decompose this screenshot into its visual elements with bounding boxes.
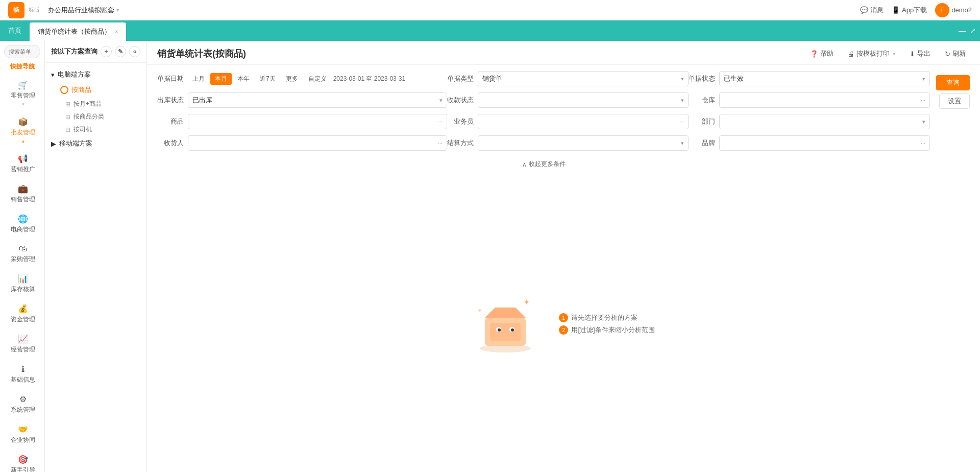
main-layout: 快捷导航 🛒 零售管理 ▾ 📦 批发管理 ▴ 📢 营销推广 💼 销售管理 [0,41,980,472]
retail-arrow: ▾ [22,102,24,107]
status-select[interactable]: 已生效 ▾ [719,71,930,86]
tree-item-by-month-product[interactable]: ⊞ 按月+商品 [45,98,146,110]
sidebar-item-wholesale-label: 批发管理 [11,128,35,137]
search-input[interactable] [4,45,40,58]
tree-section-mobile-header[interactable]: ▶ 移动端方案 [45,136,146,151]
sidebar-item-operations-label: 经营管理 [11,345,35,354]
filter-department-item: 部门 ▾ [689,114,930,129]
date-tab-7days[interactable]: 近7天 [255,73,280,85]
settings-button[interactable]: 设置 [939,93,970,109]
scheme-add-btn[interactable]: + [101,46,112,57]
out-status-select[interactable]: 已出库 ▾ [188,92,447,108]
svg-rect-2 [490,323,521,341]
salesperson-select[interactable]: ··· [478,114,689,129]
sidebar-item-enterprise[interactable]: 🤝 企业协同 [0,419,44,450]
sidebar-item-wholesale[interactable]: 📦 批发管理 ▴ [0,112,44,149]
department-arrow: ▾ [922,119,925,125]
out-status-arrow: ▾ [439,97,443,104]
print-icon: 🖨 [848,50,854,58]
home-tab[interactable]: 首页 [0,20,30,41]
sparkle-small: ✦ [477,307,482,314]
hint-1-text: 请先选择要分析的方案 [571,313,638,322]
app-title-area[interactable]: 办公用品行业模拟账套 ▾ [48,6,119,15]
svg-point-5 [498,328,501,332]
receipt-status-select[interactable]: ▾ [478,92,689,108]
retail-icon: 🛒 [18,80,28,90]
date-tab-this-year[interactable]: 本年 [233,73,254,85]
out-status-value: 已出库 [192,96,212,105]
title-dropdown-arrow[interactable]: ▾ [116,7,119,13]
warehouse-label: 仓库 [689,96,719,105]
type-label: 单据类型 [447,74,478,83]
empty-illustration: ✦ ✦ [472,297,538,353]
type-select[interactable]: 销货单 ▾ [478,71,689,86]
sidebar-item-guide[interactable]: 🎯 新手引导 [0,450,44,472]
salesperson-dots: ··· [679,119,684,125]
tree-item-by-sku[interactable]: ⊟ 按司机 [45,123,146,136]
purchase-icon: 🛍 [19,244,27,253]
sidebar-item-enterprise-label: 企业协同 [11,436,35,444]
warehouse-dots: ··· [921,97,925,103]
tree-item-by-category[interactable]: ⊟ 按商品分类 [45,110,146,123]
topbar-left: 畅 标版 办公用品行业模拟账套 ▾ [8,2,119,18]
filter-receipt-status-item: 收款状态 ▾ [447,92,689,108]
tree-item-by-product[interactable]: 按商品 [45,82,146,98]
sidebar-item-marketing[interactable]: 📢 营销推广 [0,149,44,179]
collapse-more-btn[interactable]: ∧ 收起更多条件 [157,157,930,172]
tab-close-btn[interactable]: × [115,29,118,35]
export-btn[interactable]: ⬇ 导出 [905,47,935,60]
app-download-btn[interactable]: 📱 App下载 [892,6,927,15]
receiver-select[interactable]: ··· [188,135,447,151]
sidebar-item-system[interactable]: ⚙ 系统管理 [0,389,44,419]
brand-select[interactable]: ··· [719,135,930,151]
topbar: 畅 标版 办公用品行业模拟账套 ▾ 💬 消息 📱 App下载 E demo2 [0,0,980,20]
sidebar-item-ecommerce-label: 电商管理 [11,225,35,234]
tree-section-pc-header[interactable]: ▾ 电脑端方案 [45,67,146,82]
page-title: 销货单统计表(按商品) [157,48,246,60]
query-button[interactable]: 查询 [936,75,970,90]
refresh-btn[interactable]: ↻ 刷新 [941,47,970,60]
tree-item-by-product-label: 按商品 [71,85,91,95]
sidebar-item-sales[interactable]: 💼 销售管理 [0,179,44,209]
sidebar-item-basic[interactable]: ℹ 基础信息 [0,359,44,389]
sidebar-item-sales-label: 销售管理 [11,195,35,204]
product-select[interactable]: ··· [188,114,447,129]
tab-minimize-btn[interactable]: — [959,27,966,35]
warehouse-select[interactable]: ··· [719,92,930,108]
sidebar-item-operations[interactable]: 📈 经营管理 [0,329,44,359]
template-print-btn[interactable]: 🖨 按模板打印 ▾ [844,47,899,60]
receiver-label: 收货人 [157,138,188,148]
sidebar-item-marketing-label: 营销推广 [11,165,35,174]
date-tab-custom[interactable]: 自定义 [304,73,331,85]
sidebar-item-ecommerce[interactable]: 🌐 电商管理 [0,209,44,239]
settlement-select[interactable]: ▾ [478,135,689,151]
department-select[interactable]: ▾ [719,114,930,129]
date-tab-more[interactable]: 更多 [281,73,303,85]
scheme-panel: 按以下方案查询 + ✎ « ▾ 电脑端方案 按商品 [45,41,147,472]
date-tab-last-month[interactable]: 上月 [188,73,209,85]
filter-row-4: 收货人 ··· 结算方式 ▾ [157,135,930,151]
topbar-right: 💬 消息 📱 App下载 E demo2 [860,3,972,17]
quick-nav-btn[interactable]: 快捷导航 [0,60,44,75]
salesperson-label: 业务员 [447,117,478,126]
scheme-tree: ▾ 电脑端方案 按商品 ⊞ 按月+商品 ⊟ 按商品分类 [45,63,146,472]
sidebar-item-purchase[interactable]: 🛍 采购管理 [0,239,44,269]
user-menu[interactable]: E demo2 [935,3,972,17]
scheme-edit-btn[interactable]: ✎ [115,46,126,57]
sidebar-item-finance[interactable]: 💰 资金管理 [0,299,44,329]
query-btn-group: 查询 设置 [930,71,970,109]
help-btn[interactable]: ❓ 帮助 [806,47,838,60]
hint-2-num: 2 [559,325,568,335]
sidebar-item-retail[interactable]: 🛒 零售管理 ▾ [0,75,44,112]
sidebar-item-system-label: 系统管理 [11,406,35,414]
tab-maximize-btn[interactable]: ⤢ [970,27,976,35]
empty-state: ✦ ✦ 1 请先选择要分析的方案 2 用[过滤]条件来缩小分析范围 [147,178,980,472]
date-tab-this-month[interactable]: 本月 [210,73,232,85]
active-tab[interactable]: 销货单统计表（按商品） × [30,22,126,41]
sidebar-menu: 🛒 零售管理 ▾ 📦 批发管理 ▴ 📢 营销推广 💼 销售管理 🌐 电商管理 [0,75,44,472]
sidebar-item-inventory[interactable]: 📊 库存核算 [0,269,44,299]
message-btn[interactable]: 💬 消息 [860,6,884,15]
tree-section-mobile-label: 移动端方案 [59,139,92,148]
scheme-collapse-btn[interactable]: « [129,46,140,57]
basic-icon: ℹ [21,364,24,374]
